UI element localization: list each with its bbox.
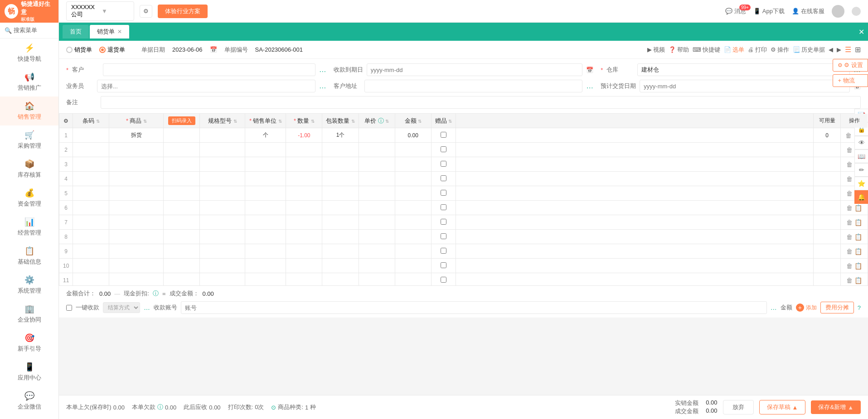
th-scan[interactable]: 扫码录入 xyxy=(164,114,200,128)
warehouse-input[interactable] xyxy=(637,63,850,76)
tab-close-icon[interactable]: ✕ xyxy=(117,29,122,35)
online-service-button[interactable]: 👤 在线客服 xyxy=(792,7,824,15)
th-gear[interactable]: ⚙ xyxy=(59,114,73,128)
address-picker-icon[interactable]: … xyxy=(586,82,593,90)
th-qty[interactable]: * 数量 ⇅ xyxy=(286,114,322,128)
sidebar-item-member[interactable]: 👑 畅会员 xyxy=(0,415,58,419)
help-action[interactable]: ❓ 帮助 xyxy=(669,46,689,54)
total-owed-info-icon[interactable]: ⓘ xyxy=(157,403,163,411)
video-action[interactable]: ▶ 视频 xyxy=(647,46,665,54)
account-no-input[interactable] xyxy=(181,301,767,314)
payment-date-input[interactable] xyxy=(367,63,583,76)
gift-checkbox-1[interactable] xyxy=(441,132,446,138)
sidebar-item-operation[interactable]: 📊 经营管理 xyxy=(0,212,58,241)
th-gift[interactable]: 赠品 ⇅ xyxy=(431,114,456,128)
company-selector[interactable]: XXXXXX公司 ▼ xyxy=(66,1,134,21)
th-unit[interactable]: * 销售单位 ⇅ xyxy=(245,114,286,128)
th-product[interactable]: * 商品 ⇅ xyxy=(109,114,164,128)
customer-picker-icon[interactable]: … xyxy=(319,66,326,74)
nav-next-icon[interactable]: ▶ xyxy=(837,46,841,53)
user-avatar[interactable] xyxy=(832,5,844,18)
delete-row-1-icon[interactable]: 🗑 xyxy=(844,132,853,139)
rsi-eye-icon[interactable]: 👁 xyxy=(854,136,868,149)
settlement-method-select[interactable]: 结算方式 xyxy=(103,302,140,313)
th-barcode[interactable]: 条码 ⇅ xyxy=(73,114,109,128)
save-new-dropdown-icon[interactable]: ▲ xyxy=(848,404,853,411)
payment-date-calendar-icon[interactable]: 📅 xyxy=(586,67,593,73)
account-picker-icon[interactable]: … xyxy=(771,304,777,311)
customer-input[interactable] xyxy=(103,63,315,76)
user-avatar2[interactable] xyxy=(852,7,861,16)
sidebar-item-marketing[interactable]: 📢 营销推广 xyxy=(0,67,58,96)
expected-delivery-input[interactable] xyxy=(640,80,850,92)
row-1-spec[interactable] xyxy=(200,128,245,143)
th-available[interactable]: 可用量 xyxy=(814,114,841,128)
nav-prev-icon[interactable]: ◀ xyxy=(829,46,833,53)
add-amount-icon[interactable]: + xyxy=(796,303,804,312)
one-click-pay-checkbox[interactable] xyxy=(66,305,72,311)
sidebar-item-sales[interactable]: 🏠 销售管理 xyxy=(0,96,58,125)
scan-btn[interactable]: 扫码录入 xyxy=(168,116,195,125)
message-button[interactable]: 💬 消息 99+ xyxy=(725,7,746,15)
settlement-picker-icon[interactable]: … xyxy=(144,304,150,311)
sidebar-item-enterprise-wechat[interactable]: 💬 企业微信 xyxy=(0,386,58,415)
th-spec[interactable]: 规格型号 ⇅ xyxy=(200,114,245,128)
sidebar-item-basic[interactable]: 📋 基础信息 xyxy=(0,241,58,270)
radio-sales[interactable]: 销货单 xyxy=(66,46,92,54)
topbar-gear-button[interactable]: ⚙ xyxy=(140,5,152,18)
row-1-product[interactable]: 拆货 xyxy=(109,128,164,143)
radio-return[interactable]: 退货单 xyxy=(99,46,125,54)
template-action[interactable]: 📄 选单 xyxy=(724,46,744,54)
history-action[interactable]: 📃 历史单据 xyxy=(793,46,825,54)
product-types-icon[interactable]: ⊙ xyxy=(271,404,276,411)
sidebar-item-enterprise[interactable]: 🏢 企业协同 xyxy=(0,299,58,328)
expense-help-icon[interactable]: ? xyxy=(858,304,861,311)
logistics-button[interactable]: + 物流 xyxy=(833,74,868,87)
rsi-pencil-icon[interactable]: ✏ xyxy=(854,163,868,177)
row-1-price[interactable] xyxy=(359,128,395,143)
salesperson-input[interactable] xyxy=(97,80,315,92)
salesperson-picker-icon[interactable]: … xyxy=(319,82,326,90)
sidebar-item-finance[interactable]: 💰 资金管理 xyxy=(0,183,58,212)
abandon-button[interactable]: 放弃 xyxy=(723,400,754,414)
customer-address-input[interactable] xyxy=(364,80,583,92)
sidebar-item-app-center[interactable]: 📱 应用中心 xyxy=(0,357,58,386)
save-draft-dropdown-icon[interactable]: ▲ xyxy=(792,404,798,411)
operation-action[interactable]: ⚙ 操作 xyxy=(771,46,789,54)
sidebar-item-quick-nav[interactable]: ⚡ 快捷导航 xyxy=(0,39,58,67)
table-row: 8🗑📋 xyxy=(59,230,868,244)
app-download-button[interactable]: 📱 App下载 xyxy=(753,7,785,15)
row-1-amount[interactable]: 0.00 xyxy=(395,128,431,143)
rsi-orange-btn[interactable]: 🔔 xyxy=(854,190,868,204)
sidebar-search[interactable]: 🔍 搜索菜单 xyxy=(0,23,58,39)
print-action[interactable]: 🖨 打印 xyxy=(748,46,767,54)
trial-button[interactable]: 体验行业方案 xyxy=(158,5,208,18)
row-1-qty[interactable]: -1.00 xyxy=(286,128,322,143)
row-1-gift[interactable] xyxy=(431,128,456,143)
row-1-unit[interactable]: 个 xyxy=(245,128,286,143)
shortcut-action[interactable]: ⌨ 快捷键 xyxy=(693,46,720,54)
row-1-pkg-qty[interactable]: 1个 xyxy=(322,128,359,143)
settings-form-button[interactable]: ⚙ ⚙ 设置 xyxy=(833,59,868,72)
th-pkg-qty[interactable]: 包装数量 ⇅ xyxy=(322,114,359,128)
cash-discount-info-icon[interactable]: ⓘ xyxy=(153,289,159,298)
tab-home[interactable]: 首页 xyxy=(63,25,89,39)
th-price[interactable]: 单价 ⓘ ⇅ xyxy=(359,114,395,128)
remark-input[interactable] xyxy=(101,96,861,109)
expense-split-button[interactable]: 费用分摊 xyxy=(820,302,854,313)
sidebar-item-system[interactable]: ⚙️ 系统管理 xyxy=(0,270,58,299)
rsi-star-icon[interactable]: ⭐ xyxy=(854,177,868,190)
save-draft-button[interactable]: 保存草稿 ▲ xyxy=(759,400,806,414)
sidebar-item-newbie[interactable]: 🎯 新手引导 xyxy=(0,328,58,357)
close-all-tabs[interactable]: ✕ xyxy=(858,28,864,36)
tab-sales-order[interactable]: 销货单 ✕ xyxy=(90,25,129,39)
row-1-barcode[interactable] xyxy=(73,128,109,143)
save-new-button[interactable]: 保存&新增 ▲ xyxy=(811,400,861,414)
date-calendar-icon[interactable]: 📅 xyxy=(210,46,217,53)
rsi-book-icon[interactable]: 📖 xyxy=(854,149,868,163)
th-amount[interactable]: 金额 ⇅ xyxy=(395,114,431,128)
sidebar-item-inventory[interactable]: 📦 库存核算 xyxy=(0,154,58,183)
sidebar-item-purchase[interactable]: 🛒 采购管理 xyxy=(0,125,58,154)
view-grid-icon[interactable]: ⊞ xyxy=(855,45,861,54)
view-list-icon[interactable]: ☰ xyxy=(845,45,851,54)
